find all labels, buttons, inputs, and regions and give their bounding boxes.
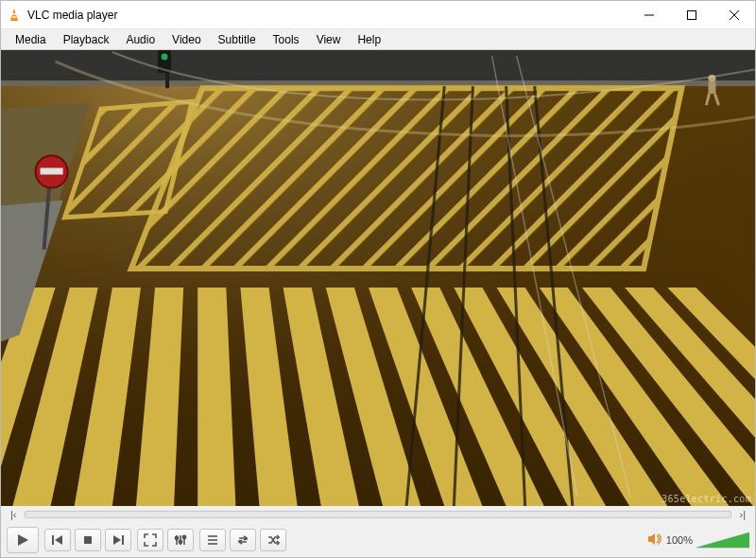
- menu-audio[interactable]: Audio: [117, 30, 163, 49]
- loop-button[interactable]: [230, 529, 256, 551]
- close-button[interactable]: [713, 1, 755, 28]
- svg-marker-52: [55, 535, 62, 545]
- video-area[interactable]: 365electric.com: [1, 50, 755, 506]
- menu-playback[interactable]: Playback: [55, 30, 118, 49]
- svg-rect-2: [12, 16, 16, 18]
- playlist-button[interactable]: [199, 529, 226, 551]
- play-button[interactable]: [7, 527, 39, 553]
- menu-tools[interactable]: Tools: [265, 30, 308, 49]
- vlc-logo-icon: [7, 8, 22, 23]
- minimize-button[interactable]: [627, 1, 670, 28]
- view-group: [137, 529, 194, 551]
- svg-marker-50: [18, 534, 28, 546]
- svg-point-59: [175, 536, 178, 539]
- menu-view[interactable]: View: [308, 30, 350, 49]
- svg-point-60: [179, 540, 181, 543]
- seek-bar-row: |‹ ›|: [1, 506, 755, 523]
- volume-percent: 100%: [666, 534, 693, 546]
- seek-slider[interactable]: [25, 511, 732, 518]
- speaker-icon[interactable]: [647, 532, 662, 549]
- window-controls: [627, 1, 755, 28]
- menu-help[interactable]: Help: [349, 30, 389, 49]
- stop-button[interactable]: [75, 529, 101, 551]
- menu-video[interactable]: Video: [163, 30, 209, 49]
- transport-group: [44, 529, 131, 551]
- title-bar: VLC media player: [1, 1, 755, 29]
- volume-slider[interactable]: [696, 532, 749, 549]
- seek-start-marker[interactable]: |‹: [9, 509, 19, 520]
- svg-marker-54: [113, 535, 121, 545]
- menu-subtitle[interactable]: Subtitle: [210, 30, 265, 49]
- fullscreen-button[interactable]: [137, 529, 163, 551]
- svg-point-61: [182, 535, 185, 538]
- extended-settings-button[interactable]: [167, 529, 194, 551]
- window-title: VLC media player: [27, 9, 627, 22]
- maximize-button[interactable]: [670, 1, 713, 28]
- svg-rect-4: [687, 10, 696, 19]
- control-bar: 100%: [1, 523, 755, 557]
- next-button[interactable]: [105, 529, 131, 551]
- menu-media[interactable]: Media: [7, 30, 55, 49]
- svg-marker-65: [648, 533, 655, 545]
- playlist-group: [199, 529, 286, 551]
- svg-rect-55: [122, 535, 124, 545]
- svg-rect-49: [1, 50, 755, 506]
- random-button[interactable]: [260, 529, 286, 551]
- svg-rect-51: [52, 535, 54, 545]
- watermark-text: 365electric.com: [662, 494, 751, 504]
- svg-rect-1: [12, 13, 17, 15]
- volume-control: 100%: [647, 532, 749, 549]
- menu-bar: Media Playback Audio Video Subtitle Tool…: [1, 29, 755, 50]
- svg-rect-53: [84, 536, 92, 544]
- previous-button[interactable]: [44, 529, 71, 551]
- seek-end-marker[interactable]: ›|: [737, 509, 747, 520]
